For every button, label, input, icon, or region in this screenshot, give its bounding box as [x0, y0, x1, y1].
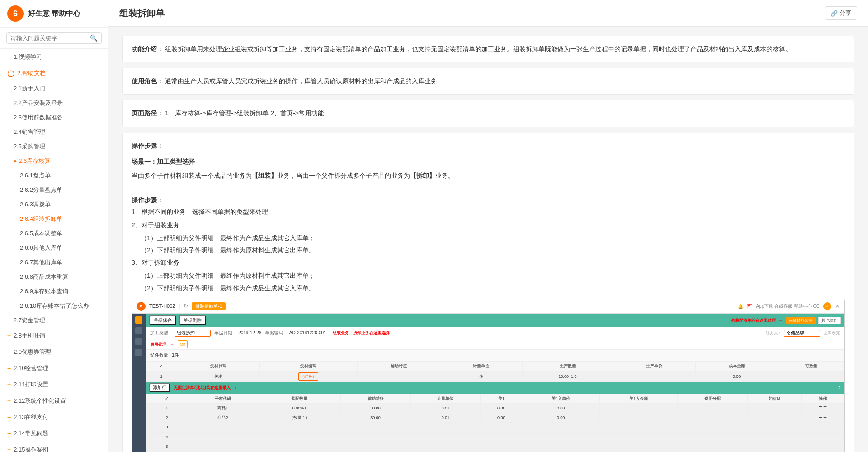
sidebar-item-label: 2.9优惠券管理	[14, 348, 51, 356]
sidebar-item-online[interactable]: + 2.13在线支付	[0, 409, 108, 425]
fake-sub-toolbar: 添加行 无固定清单可以组装在这里录入 ↑ ⇗	[146, 382, 844, 394]
sidebar-item-assembly[interactable]: 2.6.4组装拆卸单	[0, 212, 108, 226]
fake-label-num: 单据编码 :	[265, 329, 286, 337]
main: 组装拆卸单 🔗 分享 功能介绍： 组装拆卸单用来处理企业组装或拆卸等加工业务，支…	[108, 0, 868, 452]
sidebar-item-docs[interactable]: ◯ 2.帮助文档	[0, 65, 108, 81]
path-text: 1、库存核算->库存管理->组装拆卸单 2、首页->常用功能	[165, 109, 324, 117]
fake-sidebar-mini	[132, 314, 146, 452]
sidebar-item-label: 2.15操作案例	[14, 446, 48, 452]
fake-c1-barcode: 30.00	[340, 403, 410, 413]
fake-sidebar-icon-4	[135, 349, 142, 356]
fake-on-badge: On	[178, 340, 188, 348]
share-button[interactable]: 🔗 分享	[825, 6, 857, 20]
role-card: 使用角色： 通常由生产人员或库管人员完成拆装业务的操作，库管人员确认原材料的出库…	[122, 68, 854, 95]
fake-cell-aux	[357, 371, 440, 381]
sidebar-item-video[interactable]: + 1.视频学习	[0, 49, 108, 65]
sidebar-item-label: 2.14常见问题	[14, 429, 48, 438]
fake-c4-empty	[188, 432, 844, 442]
expand-icon: +	[7, 332, 11, 339]
fake-add-row-btn[interactable]: 添加行	[149, 383, 170, 392]
fake-col-avail: 可数量	[778, 362, 844, 371]
fake-bell-icon: 🔔	[738, 302, 743, 310]
fake-c1-r1p: 0.00	[522, 403, 599, 413]
expand-icon: +	[7, 430, 11, 437]
sidebar-item-newbie[interactable]: 2.1新手入门	[0, 81, 108, 96]
search-input-wrap[interactable]: 🔍	[6, 32, 102, 44]
fake-input-warehouse[interactable]	[784, 330, 820, 337]
fake-form-date: 2019-12-26	[238, 329, 261, 337]
fake-child-col-code: 子材代码	[188, 394, 258, 403]
expand-icon: +	[7, 381, 11, 388]
sidebar-item-coupon[interactable]: + 2.9优惠券管理	[0, 344, 108, 360]
expand-icon: +	[7, 53, 11, 61]
sidebar-item-label: 2.13在线支付	[14, 413, 48, 421]
fake-child-row1: 1 商品1 0.00%J 30.00 0.01 0.00 0.00	[146, 403, 844, 413]
step2-sublist: （1）上部明细为父件明细，最终作为产成品生成其它入库单； （2）下部明细为子件明…	[132, 233, 845, 256]
fake-c2-fee	[678, 413, 748, 423]
sidebar-item-print[interactable]: + 2.11打印设置	[0, 376, 108, 393]
fake-cell-barcode: （红色）	[260, 371, 357, 381]
fake-tab-delete[interactable]: 单据删除	[179, 315, 206, 325]
fake-screen: 6 TEST-H002 | ↻ 拆装拆卸单-1 🔔 🚩 App下载 在线客服 帮…	[132, 299, 844, 452]
sidebar-item-install[interactable]: 2.2产品安装及登录	[0, 96, 108, 110]
sidebar-item-purchase[interactable]: 2.5采购管理	[0, 139, 108, 154]
fake-sidebar-icon-3	[135, 338, 142, 345]
sidebar-item-otherout[interactable]: 2.6.7其他出库单	[0, 255, 108, 270]
fake-topbar-btn[interactable]: 拆装拆卸单-1	[192, 302, 226, 310]
fake-input-type[interactable]	[175, 330, 211, 337]
fake-cell-cost: 0.00	[695, 371, 778, 381]
fake-c2-r1: 0.00	[481, 413, 522, 423]
fake-child-col-actions: 操作	[802, 394, 844, 403]
func-intro-text: 组装拆卸单用来处理企业组装或拆卸等加工业务，支持有固定装配清单的产品加工业务，也…	[165, 45, 792, 52]
sidebar-item-stocktake[interactable]: 2.6.1盘点单	[0, 168, 108, 183]
sidebar-header: 6 好生意 帮助中心	[0, 0, 108, 28]
sidebar-item-adjust[interactable]: 2.6.3调拨单	[0, 197, 108, 212]
sidebar-item-label: 2.12系统个性化设置	[14, 397, 66, 405]
fake-c1-r1a	[600, 403, 678, 413]
step3-2: （2）下部明细为子件明细，最终作为产成品生成其它入库单。	[141, 283, 845, 294]
fake-sidebar-icon-2	[135, 327, 142, 334]
fake-c2-num: 2	[146, 413, 188, 423]
fake-c3-num: 3	[146, 423, 188, 432]
fake-c1-fee	[678, 403, 748, 413]
fake-form-num: AD-20191226-001	[289, 329, 326, 337]
sidebar-item-custom[interactable]: + 2.12系统个性化设置	[0, 393, 108, 409]
role-label: 使用角色：	[132, 77, 163, 85]
fake-sub-toolbar-right: ⇗	[837, 384, 841, 392]
fake-c1-ops: ☰ ☰	[802, 403, 844, 413]
fake-select-bom-btn[interactable]: 选择材料清单	[786, 317, 816, 324]
share-label: 分享	[840, 9, 851, 17]
sidebar-item-cases[interactable]: + 2.15操作案例	[0, 442, 108, 452]
fake-cell-prod-qty: 10.00÷1.0	[523, 371, 613, 381]
sidebar-item-mobile[interactable]: + 2.8手机旺铺	[0, 328, 108, 344]
fake-tab-save[interactable]: 单据保存	[149, 315, 176, 325]
sidebar-item-stockquery[interactable]: 2.6.9库存账本查询	[0, 284, 108, 299]
fake-c2-r1a	[600, 413, 678, 423]
sidebar-item-otherin[interactable]: 2.6.6其他入库单	[0, 241, 108, 255]
fake-col-amount: 成本金额	[695, 362, 778, 371]
sidebar-item-goodscost[interactable]: 2.6.8商品成本重算	[0, 270, 108, 284]
fake-red-cell: （红色）	[298, 372, 318, 381]
fake-label-date: 单据日期 :	[214, 329, 235, 337]
fake-confirm-label: 立即发完	[824, 329, 840, 337]
sidebar-item-sales[interactable]: 2.4销售管理	[0, 125, 108, 139]
sidebar-item-capital[interactable]: 2.7资金管理	[0, 313, 108, 328]
fake-c1-unit: 0.01	[410, 403, 481, 413]
fake-child-col-m: 如何M	[748, 394, 802, 403]
sidebar-item-ops[interactable]: + 2.10经营管理	[0, 360, 108, 376]
fake-annotation1-text: 有装配清单的在这里处理	[731, 317, 776, 324]
fake-sidebar-icon-1	[135, 316, 142, 324]
sidebar-item-inventory[interactable]: ●2.6库存核算	[0, 154, 108, 168]
sidebar-item-cost[interactable]: 2.6.5成本调整单	[0, 226, 108, 241]
sidebar-item-partial[interactable]: 2.6.2分量盘点单	[0, 183, 108, 197]
fake-extra-btn[interactable]: 其他操作	[818, 317, 841, 324]
fake-child-col-qty: 装配数量	[258, 394, 340, 403]
fake-close-icon: ✕	[835, 301, 840, 311]
fake-child-table: ✓ 子材代码 装配数量 辅助特征 计量单位 关1 关1入单价 关1入金额	[146, 394, 844, 452]
main-header: 组装拆卸单 🔗 分享	[108, 0, 868, 27]
fake-c1-m	[748, 403, 802, 413]
sidebar-item-stockerr[interactable]: 2.6.10库存账本错了怎么办	[0, 299, 108, 313]
sidebar-item-prepare[interactable]: 2.3使用前数据准备	[0, 110, 108, 125]
search-input[interactable]	[10, 35, 90, 42]
sidebar-item-faq[interactable]: + 2.14常见问题	[0, 425, 108, 442]
